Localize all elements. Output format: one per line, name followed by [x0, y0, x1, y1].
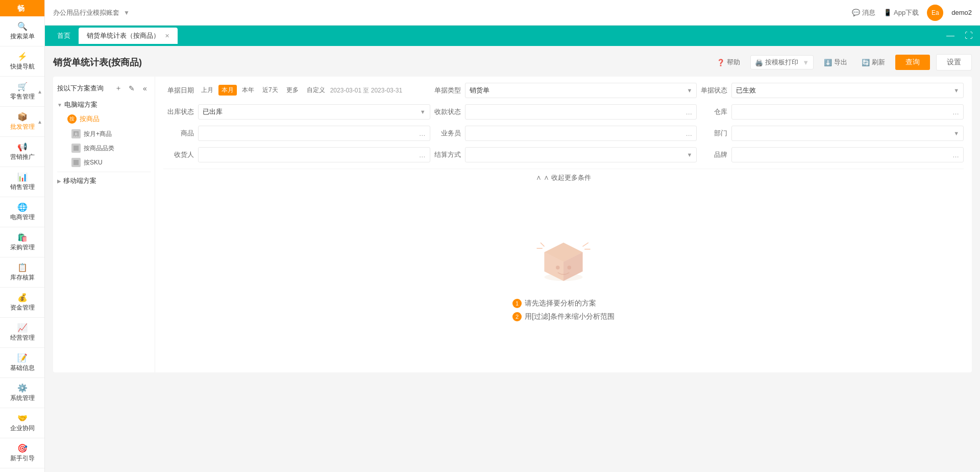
- brand-dots-icon[interactable]: …: [952, 151, 959, 159]
- subtitle-dropdown-icon[interactable]: ▼: [124, 9, 130, 16]
- export-btn[interactable]: ⬇️ 导出: [820, 56, 851, 69]
- scheme-panel-actions: ＋ ✎ «: [113, 83, 151, 94]
- order-status-value: 已生效: [736, 86, 756, 95]
- tab-stats[interactable]: 销货单统计表（按商品） ✕: [79, 28, 178, 44]
- date-tab-last-month[interactable]: 上月: [198, 85, 216, 96]
- sidebar-item-ecommerce[interactable]: 🌐 电商管理: [0, 197, 44, 227]
- salesperson-dots-icon[interactable]: …: [685, 130, 692, 137]
- tab-maximize-btn[interactable]: ⛶: [962, 29, 976, 43]
- collapse-more-btn[interactable]: ∧ ∧ 收起更多条件: [163, 169, 964, 186]
- date-tab-more[interactable]: 更多: [283, 85, 302, 96]
- receiver-dots-icon[interactable]: …: [419, 151, 426, 159]
- tab-bar: 首页 销货单统计表（按商品） ✕ — ⛶: [45, 26, 980, 46]
- tip-num-2: 2: [512, 312, 522, 321]
- sidebar-item-operations[interactable]: 📈 经营管理: [0, 318, 44, 348]
- scheme-item-by-product[interactable]: 按 按商品: [57, 111, 151, 127]
- sidebar-item-search[interactable]: 🔍 搜索菜单: [0, 16, 44, 46]
- brand-label: 品牌: [697, 150, 727, 159]
- by-sku-icon: [71, 158, 81, 167]
- sidebar-item-marketing[interactable]: 📢 营销推广: [0, 137, 44, 167]
- sidebar-item-enterprise[interactable]: 🤝 企业协同: [0, 408, 44, 438]
- user-avatar[interactable]: Ea: [927, 5, 943, 21]
- product-dots-icon[interactable]: …: [419, 130, 426, 137]
- date-tab-7days[interactable]: 近7天: [259, 85, 281, 96]
- sidebar-item-sales[interactable]: 📊 销售管理: [0, 167, 44, 197]
- order-type-select[interactable]: 销货单 ▼: [465, 83, 697, 98]
- scheme-panel-title: 按以下方案查询: [57, 84, 104, 93]
- scheme-item-by-sku[interactable]: 按SKU: [57, 155, 151, 170]
- filter-layout: 按以下方案查询 ＋ ✎ « ▼: [53, 77, 972, 372]
- sidebar-item-finance[interactable]: 💰 资金管理: [0, 288, 44, 318]
- by-month-product-label: 按月+商品: [84, 130, 112, 138]
- filter-right: 单据日期 上月 本月 本年 近7天 更多 自定义 2023-03-01 至 20…: [155, 77, 972, 372]
- template-print-btn[interactable]: 🖨️ 按模板打印 ▼: [750, 55, 814, 69]
- date-range-value[interactable]: 2023-03-01 至 2023-03-31: [330, 86, 402, 95]
- sidebar-item-basic-info[interactable]: 📝 基础信息: [0, 348, 44, 378]
- sidebar-item-purchase[interactable]: 🛍️ 采购管理: [0, 227, 44, 257]
- product-select[interactable]: …: [198, 126, 430, 141]
- tab-close-icon[interactable]: ✕: [165, 33, 169, 39]
- sidebar-item-inventory[interactable]: 📋 库存核算: [0, 257, 44, 288]
- home-tab-label: 首页: [57, 31, 70, 40]
- logo-area: 畅: [0, 0, 44, 16]
- warehouse-select[interactable]: …: [731, 104, 964, 120]
- filter-cell-warehouse: 仓库 …: [697, 104, 964, 120]
- purchase-icon: 🛍️: [2, 232, 42, 242]
- date-label: 单据日期: [163, 86, 194, 95]
- sidebar-item-appstore[interactable]: 🔧 应用中心: [0, 468, 44, 472]
- refresh-icon: 🔄: [862, 59, 870, 66]
- empty-state-illustration: [533, 227, 594, 289]
- empty-state: 1 请先选择要分析的方案 2 用[过滤]条件来缩小分析范围: [163, 186, 964, 366]
- scheme-item-by-month-product[interactable]: 月 按月+商品: [57, 127, 151, 141]
- user-name[interactable]: demo2: [951, 9, 972, 16]
- sidebar-item-guide[interactable]: 🎯 新手引导: [0, 438, 44, 468]
- query-btn[interactable]: 查询: [895, 55, 930, 70]
- scheme-collapse-btn[interactable]: «: [139, 83, 151, 94]
- sidebar-item-retail[interactable]: 🛒 零售管理 ▲: [0, 77, 44, 107]
- scheme-category-desktop[interactable]: ▼ 电脑端方案: [57, 98, 151, 111]
- date-tab-this-month[interactable]: 本月: [218, 85, 237, 96]
- settings-btn[interactable]: 设置: [936, 54, 972, 70]
- finance-icon: 💰: [2, 293, 42, 302]
- salesperson-select[interactable]: …: [465, 126, 697, 141]
- warehouse-dots-icon[interactable]: …: [952, 108, 959, 116]
- tab-minimize-btn[interactable]: —: [943, 29, 958, 43]
- order-status-select[interactable]: 已生效 ▼: [731, 83, 964, 98]
- receiver-select[interactable]: …: [198, 147, 430, 162]
- filter-cell-out-status: 出库状态 已出库 ▼: [163, 104, 430, 120]
- app-download-btn[interactable]: 📱 App下载: [884, 8, 919, 17]
- help-btn[interactable]: ❓ 帮助: [713, 56, 744, 69]
- message-btn[interactable]: 💬 消息: [852, 8, 875, 17]
- header-right: 💬 消息 📱 App下载 Ea demo2: [852, 5, 972, 21]
- date-tab-custom[interactable]: 自定义: [304, 85, 328, 96]
- refresh-btn[interactable]: 🔄 刷新: [857, 56, 889, 69]
- sidebar-item-quick-nav[interactable]: ⚡ 快捷导航: [0, 46, 44, 77]
- sidebar-item-wholesale[interactable]: 📦 批发管理 ▲: [0, 107, 44, 137]
- brand-select[interactable]: …: [731, 147, 964, 162]
- settlement-select[interactable]: ▼: [465, 147, 697, 162]
- scheme-category-mobile[interactable]: ▶ 移动端方案: [57, 174, 151, 187]
- filter-cell-product: 商品 …: [163, 126, 430, 141]
- sidebar-item-system[interactable]: ⚙️ 系统管理: [0, 378, 44, 408]
- payment-status-select[interactable]: …: [465, 104, 697, 120]
- order-status-label: 单据状态: [697, 86, 727, 95]
- main-container: 办公用品行业模拟账套 ▼ 💬 消息 📱 App下载 Ea demo2 首页 销货…: [45, 0, 980, 472]
- by-category-label: 按商品品类: [84, 144, 114, 153]
- order-type-control: 销货单 ▼: [465, 83, 697, 98]
- out-status-label: 出库状态: [163, 107, 194, 116]
- department-label: 部门: [697, 129, 727, 138]
- payment-status-label: 收款状态: [430, 107, 461, 116]
- scheme-divider: [57, 172, 151, 172]
- svg-rect-5: [74, 160, 79, 165]
- payment-status-dots-icon[interactable]: …: [685, 108, 692, 116]
- scheme-add-btn[interactable]: ＋: [113, 83, 124, 94]
- payment-status-control: …: [465, 104, 697, 120]
- department-select[interactable]: ▼: [731, 126, 964, 141]
- out-status-select[interactable]: 已出库 ▼: [198, 104, 430, 120]
- scheme-edit-btn[interactable]: ✎: [126, 83, 137, 94]
- date-tab-this-year[interactable]: 本年: [239, 85, 257, 96]
- scheme-item-by-category[interactable]: 按商品品类: [57, 141, 151, 155]
- empty-tip-1: 1 请先选择要分析的方案: [512, 299, 615, 308]
- settlement-arrow-icon: ▼: [687, 152, 692, 158]
- tab-home[interactable]: 首页: [49, 28, 79, 44]
